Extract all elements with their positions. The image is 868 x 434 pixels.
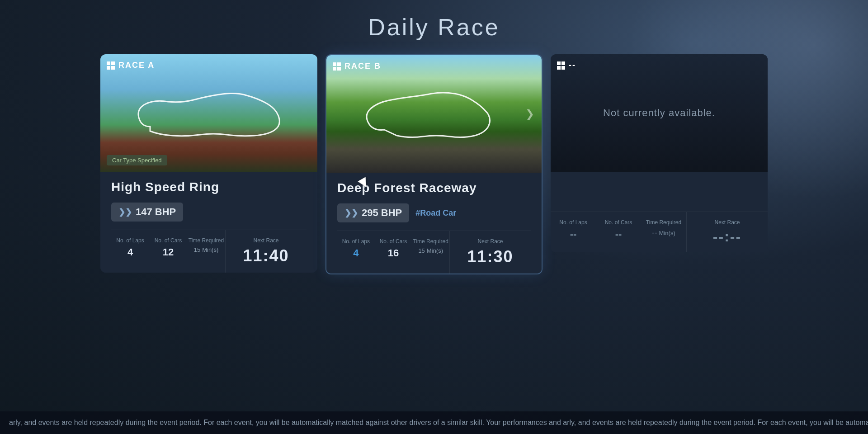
race-c-time: Time Required -- Min(s) [641,219,686,245]
race-c-next-race: Next Race --:-- [686,212,768,252]
race-a-bhp-row: ❯❯ 147 BHP [111,203,307,222]
svg-rect-5 [337,62,341,66]
svg-rect-2 [107,66,110,70]
race-c-bg: Not currently available. [551,54,768,172]
race-a-body: High Speed Ring ❯❯ 147 BHP No. of Laps 4… [100,172,317,273]
race-a-label: RACE A [107,61,155,70]
race-b-laps-value: 4 [353,247,359,259]
race-b-time-label: Time Required [413,238,448,245]
race-b-bhp-row: ❯❯ 295 BHP #Road Car [337,203,531,222]
race-c-cars: No. of Cars -- [596,219,641,245]
race-b-laps: No. of Laps 4 [337,238,375,266]
race-b-next-label: Next Race [477,238,503,245]
cards-container: Car Type Specified RACE A High Speed Rin… [0,50,868,279]
race-b-laps-label: No. of Laps [342,238,370,245]
race-c-label: -- [557,61,576,70]
race-a-laps-label: No. of Laps [116,237,144,244]
race-a-bhp-badge: ❯❯ 147 BHP [111,203,183,222]
race-c-next-label: Next Race [714,219,740,226]
race-c-cars-label: No. of Cars [605,219,632,226]
race-b-cars: No. of Cars 16 [375,238,412,266]
race-b-body: Deep Forest Raceway ❯❯ 295 BHP #Road Car… [326,173,542,274]
race-c-laps-value: -- [570,228,577,240]
race-a-next-race: Next Race 11:40 [225,230,307,273]
race-a-time-value: 15 Min(s) [194,246,219,253]
race-b-cars-label: No. of Cars [380,238,407,245]
race-b-bg: ❯ [326,55,542,173]
svg-rect-8 [557,61,561,65]
race-a-card[interactable]: Car Type Specified RACE A High Speed Rin… [100,54,317,273]
race-c-laps: No. of Laps -- [551,219,596,245]
scroll-text: arly, and events are held repeatedly dur… [0,419,868,427]
race-b-next-time: 11:30 [467,247,513,266]
bhp-arrow-icon: ❯❯ [118,207,132,217]
bhp-arrow-b-icon: ❯❯ [344,208,358,218]
race-c-stats-left: No. of Laps -- No. of Cars -- Time Requi… [551,212,686,252]
race-a-stats-left: No. of Laps 4 No. of Cars 12 Time Requir… [111,230,225,273]
car-type-badge: Car Type Specified [107,155,167,165]
svg-rect-1 [111,61,115,65]
race-a-track-name: High Speed Ring [111,180,307,194]
race-b-next-race: Next Race 11:30 [449,231,531,274]
race-a-cars-value: 12 [163,246,174,258]
svg-rect-6 [333,67,336,71]
race-b-time: Time Required 15 Min(s) [412,238,449,266]
svg-rect-10 [557,66,561,70]
race-b-time-value: 15 Min(s) [418,247,443,254]
svg-rect-7 [337,67,341,71]
race-c-card[interactable]: Not currently available. -- No. of Laps … [551,54,768,252]
svg-rect-0 [107,61,110,65]
race-c-laps-label: No. of Laps [559,219,587,226]
race-a-image: Car Type Specified RACE A [100,54,317,172]
bottom-bar: arly, and events are held repeatedly dur… [0,411,868,434]
race-c-time-label: Time Required [646,219,681,226]
race-b-stats-row: No. of Laps 4 No. of Cars 16 Time Requir… [337,231,531,274]
svg-rect-11 [561,66,565,70]
unavailable-text: Not currently available. [603,107,715,119]
race-b-icon [333,62,341,71]
race-a-time-label: Time Required [189,237,224,244]
race-b-cars-value: 16 [388,247,399,259]
race-a-cars-label: No. of Cars [155,237,182,244]
race-c-time-value: -- Min(s) [652,228,675,237]
race-a-track-outline [123,77,295,149]
race-b-image: ❯ RACE B [326,55,542,173]
race-a-stats-row: No. of Laps 4 No. of Cars 12 Time Requir… [111,230,307,273]
race-b-track-outline [348,78,520,150]
bottom-text-1: arly, and events are held repeatedly dur… [0,419,868,427]
race-b-label: RACE B [333,61,381,71]
race-a-next-time: 11:40 [243,246,289,265]
race-c-next-time: --:-- [713,228,741,245]
race-c-cars-value: -- [615,228,622,240]
race-a-laps: No. of Laps 4 [111,237,149,265]
race-c-icon [557,61,565,70]
race-b-card[interactable]: ❯ RACE B Deep Forest Raceway ❯❯ 295 BHP [326,54,542,274]
race-a-bg: Car Type Specified [100,54,317,172]
race-a-icon [107,61,115,70]
race-c-stats-row: No. of Laps -- No. of Cars -- Time Requi… [551,212,768,252]
race-a-time: Time Required 15 Min(s) [187,237,225,265]
race-b-bhp-value: 295 BHP [362,207,402,219]
race-a-laps-value: 4 [127,246,133,258]
svg-rect-4 [333,62,336,66]
race-b-tag: #Road Car [415,208,456,218]
race-b-stats-left: No. of Laps 4 No. of Cars 16 Time Requir… [337,231,449,274]
page-title: Daily Race [0,0,868,50]
svg-rect-3 [111,66,115,70]
race-c-image: Not currently available. -- [551,54,768,172]
race-a-bhp-value: 147 BHP [136,206,176,218]
svg-rect-9 [561,61,565,65]
race-a-next-label: Next Race [253,237,278,244]
race-b-bhp-badge: ❯❯ 295 BHP [337,203,409,222]
race-a-cars: No. of Cars 12 [149,237,187,265]
race-c-body: No. of Laps -- No. of Cars -- Time Requi… [551,172,768,252]
